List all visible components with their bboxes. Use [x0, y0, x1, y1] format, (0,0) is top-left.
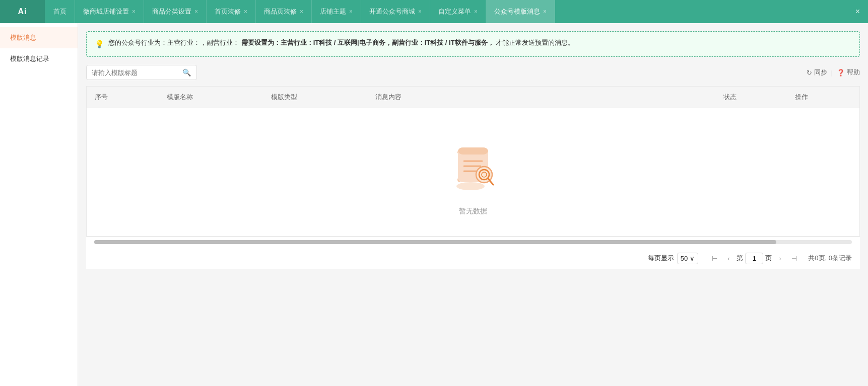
last-page-button[interactable]: ⊣ — [788, 252, 800, 264]
page-size-wrap: 每页显示 50 ∨ — [648, 253, 698, 264]
prev-page-button[interactable]: ‹ — [722, 252, 735, 264]
help-button[interactable]: ❓ 帮助 — [837, 68, 860, 77]
col-content: 消息内容 — [367, 87, 715, 108]
tab-shop-settings-close[interactable]: × — [132, 8, 136, 15]
search-icon: 🔍 — [182, 68, 191, 76]
alert-text: 您的公众号行业为：主营行业：，副营行业： 需要设置为：主营行业：IT科技 / 互… — [108, 38, 574, 48]
logo-tab[interactable]: Ai — [0, 0, 45, 23]
tab-home[interactable]: 首页 — [45, 0, 75, 23]
search-wrap: 🔍 — [86, 65, 197, 80]
col-actions: 操作 — [787, 87, 859, 108]
scrollbar-row — [86, 237, 860, 247]
global-close-button[interactable]: × — [847, 7, 868, 16]
tab-template-msg[interactable]: 公众号模版消息 × — [486, 0, 555, 23]
sidebar-item-template-message-label: 模版消息 — [10, 34, 36, 41]
empty-text: 暂无数据 — [459, 207, 487, 216]
toolbar-right: ↻ 同步 | ❓ 帮助 — [807, 68, 860, 77]
tab-product-page-decor-label: 商品页装修 — [264, 7, 297, 16]
sync-icon: ↻ — [807, 69, 812, 76]
alert-banner: 💡 您的公众号行业为：主营行业：，副营行业： 需要设置为：主营行业：IT科技 /… — [86, 31, 860, 57]
sidebar: 模版消息 模版消息记录 — [0, 23, 78, 386]
svg-point-0 — [456, 182, 485, 190]
tab-template-msg-label: 公众号模版消息 — [494, 7, 540, 16]
alert-highlight: 需要设置为：主营行业：IT科技 / 互联网|电子商务，副营行业：IT科技 / I… — [241, 39, 494, 46]
scrollbar-thumb[interactable] — [94, 240, 776, 244]
sync-button[interactable]: ↻ 同步 — [807, 68, 827, 77]
per-page-dropdown-icon: ∨ — [690, 255, 695, 262]
tab-template-msg-close[interactable]: × — [543, 8, 547, 15]
tab-shop-settings[interactable]: 微商城店铺设置 × — [75, 0, 144, 23]
tab-shop-theme-label: 店铺主题 — [320, 7, 346, 16]
page-nav: ⊢ ‹ 第 页 › ⊣ — [708, 252, 800, 264]
sync-label: 同步 — [814, 68, 827, 77]
tab-open-mall-label: 开通公众号商城 — [369, 7, 415, 16]
toolbar-divider: | — [831, 69, 833, 76]
tab-home-decor-label: 首页装修 — [215, 7, 241, 16]
tab-shop-theme-close[interactable]: × — [349, 8, 353, 15]
tab-shop-theme[interactable]: 店铺主题 × — [312, 0, 361, 23]
table-header-row: 序号 模版名称 模版类型 消息内容 状态 操作 — [87, 87, 860, 108]
tab-open-mall-close[interactable]: × — [418, 8, 422, 15]
alert-prefix: 您的公众号行业为：主营行业：，副营行业： — [108, 39, 239, 46]
tab-custom-menu-label: 自定义菜单 — [438, 7, 471, 16]
tab-product-category-close[interactable]: × — [194, 8, 198, 15]
top-nav: Ai 首页 微商城店铺设置 × 商品分类设置 × 首页装修 × 商品页装修 × … — [0, 0, 868, 23]
alert-suffix: 才能正常发送预置的消息。 — [496, 39, 574, 46]
data-table: 序号 模版名称 模版类型 消息内容 状态 操作 — [86, 86, 860, 237]
col-name: 模版名称 — [159, 87, 263, 108]
per-page-label: 每页显示 — [648, 254, 674, 263]
tab-product-category[interactable]: 商品分类设置 × — [144, 0, 207, 23]
search-input[interactable] — [87, 66, 177, 80]
search-button[interactable]: 🔍 — [177, 65, 196, 80]
per-page-value: 50 — [681, 255, 688, 262]
help-label: 帮助 — [847, 68, 860, 77]
tab-product-page-decor-close[interactable]: × — [300, 8, 303, 15]
logo-text: Ai — [18, 7, 27, 16]
sidebar-item-template-message[interactable]: 模版消息 — [0, 27, 78, 48]
sidebar-item-template-message-log[interactable]: 模版消息记录 — [0, 48, 78, 69]
col-index: 序号 — [87, 87, 159, 108]
col-type: 模版类型 — [263, 87, 367, 108]
page-number-input[interactable] — [745, 253, 763, 264]
scrollbar-track[interactable] — [94, 240, 852, 244]
toolbar: 🔍 ↻ 同步 | ❓ 帮助 — [86, 65, 860, 80]
tab-product-category-label: 商品分类设置 — [152, 7, 191, 16]
tab-home-label: 首页 — [53, 7, 66, 16]
tab-open-mall[interactable]: 开通公众号商城 × — [361, 0, 430, 23]
empty-state-row: 暂无数据 — [87, 108, 860, 237]
sidebar-item-template-message-log-label: 模版消息记录 — [10, 55, 49, 62]
help-icon: ❓ — [837, 69, 845, 76]
page-size-select[interactable]: 50 ∨ — [677, 253, 698, 264]
tab-shop-settings-label: 微商城店铺设置 — [83, 7, 129, 16]
content-area: 💡 您的公众号行业为：主营行业：，副营行业： 需要设置为：主营行业：IT科技 /… — [78, 23, 868, 386]
bulb-icon: 💡 — [95, 38, 104, 50]
empty-state: 暂无数据 — [87, 108, 859, 236]
tab-custom-menu[interactable]: 自定义菜单 × — [430, 0, 486, 23]
pagination: 每页显示 50 ∨ ⊢ ‹ 第 页 › ⊣ 共0页, 0条记录 — [86, 247, 860, 269]
tab-home-decor-close[interactable]: × — [244, 8, 247, 15]
page-label: 第 — [737, 254, 743, 263]
tab-product-page-decor[interactable]: 商品页装修 × — [256, 0, 312, 23]
main-layout: 模版消息 模版消息记录 💡 您的公众号行业为：主营行业：，副营行业： 需要设置为… — [0, 23, 868, 386]
empty-illustration — [443, 138, 503, 199]
tab-home-decor[interactable]: 首页装修 × — [207, 0, 256, 23]
next-page-button[interactable]: › — [774, 252, 786, 264]
col-status: 状态 — [715, 87, 787, 108]
tab-custom-menu-close[interactable]: × — [474, 8, 478, 15]
first-page-button[interactable]: ⊢ — [708, 252, 720, 264]
total-info: 共0页, 0条记录 — [808, 254, 852, 263]
page-suffix: 页 — [765, 254, 772, 263]
